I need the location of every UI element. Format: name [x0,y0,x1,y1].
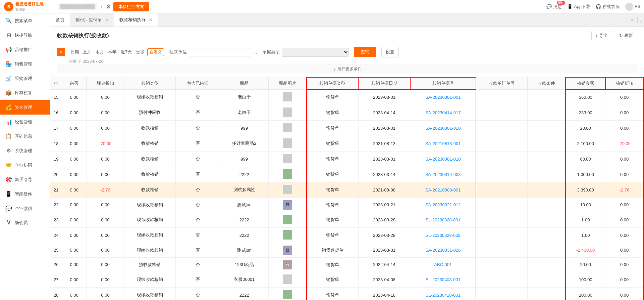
sidebar-item-sales[interactable]: 🏪 销售管理 [0,57,50,71]
table-row: 28 0.00 0.00 现续收款核销 否 2222 销货单 2023-04-1… [50,287,644,300]
tab-prepay[interactable]: 预付冲应付单 ✕ [70,13,114,27]
cell-wo-amount: 1.00 [566,212,605,227]
cell-wo-doc-no[interactable]: SA-20230314-008 [410,167,476,182]
sidebar-item-hardware[interactable]: 📱 智能硬件 [0,187,50,201]
sidebar-item-member[interactable]: V 畅会员 [0,216,50,230]
cell-wo-doc-no[interactable]: SA-20230301-001 [410,89,476,105]
expand-more-button[interactable]: ∨ 展开更多条件 [333,66,362,72]
cell-write-off-type: 现续收款核销 [124,272,175,287]
cell-wo-doc-no[interactable]: SA-20230414-017 [410,105,476,120]
cell-wo-doc-type: 销货单 [307,105,359,120]
filter-dots-icon[interactable]: ... [253,50,257,55]
cell-goods: 2222 [220,167,268,182]
cell-wo-doc-no[interactable]: SL-20230408-001 [410,272,476,287]
sidebar-item-system[interactable]: ⚙ 系统管理 [0,143,50,158]
date-custom-button[interactable]: 自定义 [147,48,164,56]
cell-include-settled: 否 [175,167,220,182]
sidebar-item-marketing[interactable]: 📢 营销推广 [0,42,50,57]
date-shortcut-last-month[interactable]: 上月 [81,48,93,56]
sidebar-item-finance[interactable]: 💰 资金管理 [0,100,50,115]
cell-wo-doc-no[interactable]: SL-20230418-001 [410,287,476,300]
cell-wo-doc-no[interactable]: SA-20230321-012 [410,198,476,212]
sidebar-item-purchase[interactable]: 🛒 采购管理 [0,71,50,86]
notification-item[interactable]: 💬 消息 99+ [546,4,562,10]
tab-close-all-icon[interactable]: ✕ [631,17,634,23]
cell-id: 20 [50,167,62,182]
cell-goods: 2222 [220,227,268,243]
unit-filter-input[interactable] [189,48,251,56]
doc-type-select[interactable] [282,48,349,57]
cell-wo-doc-date: 2023-03-31 [358,243,410,257]
date-shortcut-7days[interactable]: 近7天 [119,48,133,56]
col-settings[interactable]: ⚙ [50,77,62,89]
cell-wo-doc-no[interactable]: SA-20230331-026 [410,243,476,257]
cell-goods-img [268,105,307,120]
cell-include-settled: 否 [175,105,220,120]
cell-wo-doc-type: 销货单 [307,120,359,136]
tab-receipt[interactable]: 收款核销执行 ✕ [114,13,158,27]
cell-id: 15 [50,89,62,105]
member-icon: V [5,220,12,226]
sidebar-item-quicknav[interactable]: ⊞ 快捷导航 [0,28,50,42]
cell-wo-doc-date: 2022-04-14 [358,257,410,272]
date-shortcut-more[interactable]: 更多 [135,48,146,56]
query-button[interactable]: 查询 [354,47,376,57]
cell-wo-doc-no[interactable]: SA-20230301-010 [410,151,476,167]
cell-receipt-condition [528,105,566,120]
col-goods-img: 商品图片 [268,77,307,89]
cell-wo-doc-type: 销货单 [307,182,359,198]
tab-home[interactable]: 首页 [50,13,70,27]
cell-write-off-type: 现续收款核销 [124,212,175,227]
online-service-item[interactable]: 🎧 在线客服 [596,4,620,10]
cell-goods-img: 🖼 [268,243,307,257]
settings-button[interactable]: 设置 [381,47,399,57]
cell-receipt-condition [528,287,566,300]
tab-expand-icon[interactable]: ⛶ [637,17,641,23]
cell-wo-doc-no[interactable]: SL-20230328-001 [410,212,476,227]
tab-receipt-close-icon[interactable]: ✕ [149,17,152,22]
export-button[interactable]: ↑ 导出 [591,31,612,40]
cell-wo-amount: 10.00 [566,198,605,212]
trial-button[interactable]: 体验行业方案 [113,2,149,11]
settings-icon[interactable]: ⚙ [106,3,111,10]
date-shortcut-this-month[interactable]: 本月 [94,48,105,56]
cell-wo-doc-no[interactable]: SA-20210813-001 [410,136,476,151]
refresh-button[interactable]: ↻ 刷新 [615,31,637,40]
cell-wo-doc-no[interactable]: SA-20230301-010 [410,120,476,136]
company-selector[interactable]: ████████████ [58,3,97,10]
table-row: 15 0.00 0.00 现续收款核销 否 老白干 销货单 2023-03-01… [50,89,644,105]
date-range-text: 不限 至 2023-07-26 [68,59,103,64]
table-container[interactable]: ⚙ 余额 现金折扣 核销类型 包含已结清 商品 商品图片 核销单据类型 核销单据… [50,77,644,300]
cell-cash-discount: 0.00 [87,198,124,212]
sidebar-item-collab[interactable]: 🤝 企业协同 [0,158,50,172]
col-goods: 商品 [220,77,268,89]
sidebar-item-basic[interactable]: 📋 基础信息 [0,129,50,143]
top-bar-right: 💬 消息 99+ 📱 App下载 🎧 在线客服 Rit [546,3,640,11]
cell-balance: 0.00 [62,182,87,198]
cell-wo-doc-no[interactable]: SL-20230328-002 [410,227,476,243]
date-shortcut-this-year[interactable]: 本年 [107,48,118,56]
sidebar-item-management[interactable]: 📊 经营管理 [0,115,50,129]
sidebar-item-inventory[interactable]: 📦 库存核算 [0,86,50,100]
chevron-down-small-icon: ∨ [333,67,336,72]
cell-id: 27 [50,272,62,287]
cell-cash-discount: 0.00 [87,167,124,182]
sidebar-item-wechat[interactable]: 💬 企业微信 [0,201,50,216]
tab-prepay-close-icon[interactable]: ✕ [105,18,108,23]
cell-goods-img [268,212,307,227]
cell-balance: 0.00 [62,212,87,227]
cell-receipt-condition [528,212,566,227]
cell-receipt-condition [528,151,566,167]
col-balance: 余额 [62,77,87,89]
cell-wo-doc-date: 2021-08-08 [358,182,410,198]
page-title: 收款核销执行(按收款) [57,32,109,39]
table-row: 18 0.00 -70.00 收款核销 否 多计量商品2 销货单 2021-08… [50,136,644,151]
sidebar-item-search[interactable]: 🔍 搜索菜单 [0,13,50,28]
filter-expand-button[interactable]: » [57,48,65,56]
cell-wo-doc-no[interactable]: SA-20210808-001 [410,182,476,198]
chevron-down-icon[interactable]: ▼ [100,5,103,8]
sidebar-item-guide[interactable]: 🎯 新手引导 [0,172,50,187]
app-download-item[interactable]: 📱 App下载 [567,4,590,10]
user-menu[interactable]: Rit [625,3,640,11]
cell-wo-doc-no[interactable]: ABC-001 [410,257,476,272]
